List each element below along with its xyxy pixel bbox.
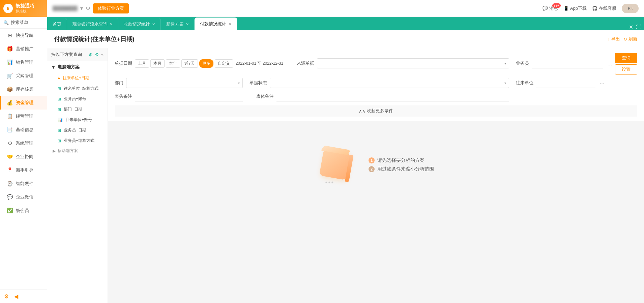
content-area: 付款情况统计(往来单位+日期) ↑ 导出 ↻ 刷新 按以下方案查询 ⊕ [47,30,644,303]
collapse-more-btn[interactable]: ∧∧ 收起更多条件 [115,105,637,117]
unit-input[interactable] [536,78,595,88]
export-btn[interactable]: ↑ 导出 [608,36,620,42]
main-content-area: 单据日期 上月 本月 本年 近7天 更多 自定义 2022-01-01 至 20… [108,48,644,303]
search-icon: 🔍 [3,20,9,25]
wechat-icon: 💬 [6,194,13,201]
status-select[interactable]: ▾ [270,78,509,88]
source-label: 来源单据 [297,60,314,66]
date-btn-this-month[interactable]: 本月 [150,59,165,68]
tab-cashflow[interactable]: 现金银行流水查询✕ [67,18,118,30]
member-icon: ✅ [6,207,13,214]
filter-action-btns: 查询 设置 [615,52,637,74]
logo-icon: 6 [3,4,13,13]
collapse-sidebar-icon[interactable]: ◀ [14,293,18,300]
nav-label-purchase: 采购管理 [16,73,33,79]
sidebar-item-shortcut[interactable]: ⊞快捷导航 [0,29,47,42]
staff-dots[interactable]: ... [607,60,612,67]
basic-icon: 📑 [6,126,13,133]
close-tab-icon[interactable]: ✕ [629,24,633,30]
refresh-btn[interactable]: ↻ 刷新 [623,36,637,42]
nav-label-member: 畅会员 [16,208,29,214]
sidebar-bottom: ⚙ ◀ [0,290,47,303]
expand-icon[interactable]: ⛶ [636,24,641,30]
step-1-text: 请先选择要分析的方案 [377,157,425,163]
tab-close-receipt[interactable]: ✕ [152,22,155,27]
topbar-dropdown-icon[interactable]: ▾ [80,5,83,11]
tab-close-new_scheme[interactable]: ✕ [186,22,189,27]
sidebar-item-member[interactable]: ✅畅会员 [0,204,47,217]
tab-payment[interactable]: 付款情况统计✕ [195,18,237,30]
user-avatar[interactable]: Rit [622,4,639,13]
scheme-item-unit-date[interactable]: ● 往来单位+日期 [47,73,108,83]
nav-label-sales: 销售管理 [16,59,33,65]
scheme-item-staff-payment[interactable]: ⊞ 业务员+结算方式 [47,135,108,146]
settings-icon[interactable]: ⚙ [4,293,9,300]
date-btn-this-year[interactable]: 本年 [166,59,180,68]
app-download-btn[interactable]: 📱 App下载 [563,5,587,11]
tab-new_scheme[interactable]: 新建方案✕ [161,18,195,30]
tab-home[interactable]: 首页 [47,18,67,30]
refresh-icon: ↻ [623,37,627,42]
add-scheme-icon[interactable]: ⊕ [89,52,93,57]
staff-input[interactable] [532,58,603,68]
purchase-icon: 🛒 [6,72,13,79]
scheme-group-mobile[interactable]: ▶ 移动端方案 [47,146,108,156]
body-note-input[interactable] [276,91,509,101]
sidebar-item-finance[interactable]: 💰资金管理 [0,96,47,110]
scheme-item-unit-payment[interactable]: ⊞ 往来单位+结算方式 [47,83,108,94]
scheme-group-pc[interactable]: ▼ 电脑端方案 [47,61,108,73]
sidebar-item-marketing[interactable]: 🎁营销推广 [0,42,47,56]
message-icon: 💬 [543,6,548,11]
avatar-label: Rit [628,6,632,10]
tab-label-payment: 付款情况统计 [200,21,226,27]
collapse-scheme-icon[interactable]: « [101,52,104,57]
settings-btn[interactable]: 设置 [615,64,637,74]
step-2-text: 用过滤条件来缩小分析范围 [377,166,434,172]
tab-close-cashflow[interactable]: ✕ [110,22,113,27]
empty-step-2: 2 用过滤条件来缩小分析范围 [369,166,434,172]
date-btn-more[interactable]: 更多 [199,59,213,68]
sidebar-item-wechat[interactable]: 💬企业微信 [0,190,47,204]
page-header: 付款情况统计(往来单位+日期) ↑ 导出 ↻ 刷新 [47,30,644,48]
message-btn[interactable]: 💬 消息 99+ [543,5,558,11]
scheme-sidebar: 按以下方案查询 ⊕ ⚙ « ▼ 电脑端方案 ● 往来单位+日期 ⊞ [47,48,108,303]
export-icon: ↑ [608,37,610,42]
sidebar-item-hardware[interactable]: ⌚智能硬件 [0,177,47,190]
sidebar-item-sales[interactable]: 📊销售管理 [0,56,47,69]
nav-label-system: 系统管理 [16,140,33,146]
sidebar-item-guide[interactable]: 📍新手引导 [0,163,47,177]
mobile-group-label: 移动端方案 [58,148,78,154]
sidebar-item-basic[interactable]: 📑基础信息 [0,123,47,137]
try-industry-btn[interactable]: 体验行业方案 [93,3,129,13]
scheme-item-dept-date[interactable]: ⊞ 部门+日期 [47,104,108,115]
sidebar-item-operation[interactable]: 📋经营管理 [0,110,47,123]
online-service-btn[interactable]: 🎧 在线客服 [592,5,616,11]
date-btn-custom[interactable]: 自定义 [215,59,233,68]
app-icon: 📱 [563,6,569,11]
sidebar-item-cooperation[interactable]: 🤝企业协同 [0,150,47,163]
nav-label-marketing: 营销推广 [16,46,33,52]
dept-select[interactable]: ▾ [126,78,243,88]
source-select[interactable]: ▾ [317,58,509,68]
unit-label: 往来单位 [516,80,533,86]
date-btn-last-7[interactable]: 近7天 [181,59,198,68]
tab-receipt[interactable]: 收款情况统计✕ [118,18,161,30]
nav-label-inventory: 库存核算 [16,86,33,92]
unit-dots[interactable]: ··· [599,80,605,87]
scheme-item-staff-date[interactable]: ⊞ 业务员+日期 [47,125,108,135]
tab-close-payment[interactable]: ✕ [228,22,231,26]
topbar-right: 💬 消息 99+ 📱 App下载 🎧 在线客服 Rit [543,4,639,13]
sidebar-item-system[interactable]: ⚙系统管理 [0,137,47,150]
nav-label-shortcut: 快捷导航 [16,32,33,38]
date-btn-last-month[interactable]: 上月 [135,59,149,68]
header-note-input[interactable] [135,91,243,101]
topbar-settings-icon[interactable]: ⚙ [86,5,90,11]
sidebar-item-inventory[interactable]: 📦库存核算 [0,83,47,96]
query-btn[interactable]: 查询 [615,53,637,63]
scheme-settings-icon[interactable]: ⚙ [95,52,99,57]
sidebar-item-purchase[interactable]: 🛒采购管理 [0,69,47,83]
search-menu[interactable]: 🔍 搜索菜单 [0,17,47,29]
marketing-icon: 🎁 [6,46,13,52]
scheme-item-staff-account[interactable]: ⊞ 业务员+账号 [47,94,108,104]
scheme-item-unit-account[interactable]: 📊 往来单位+账号 [47,115,108,125]
